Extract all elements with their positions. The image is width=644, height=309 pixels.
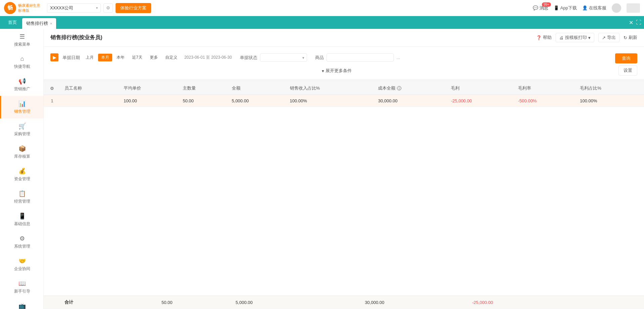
sidebar-item-finance[interactable]: 💰 资金管理 bbox=[0, 163, 43, 186]
app-logo: 畅 bbox=[4, 2, 16, 14]
logo-text: 畅康通好生意 标准版 bbox=[18, 3, 40, 13]
date-btn-this-year[interactable]: 本年 bbox=[114, 54, 128, 61]
footer-cost: 30,000.00 bbox=[361, 296, 468, 309]
col-cost: 成本全额 ⓘ bbox=[374, 82, 447, 95]
guide-icon: 📖 bbox=[18, 280, 26, 287]
cell-avg-price: 100.00 bbox=[120, 95, 179, 107]
sidebar-item-inventory[interactable]: 📦 库存核算 bbox=[0, 141, 43, 163]
tab-label: 销售排行榜 bbox=[26, 20, 48, 27]
sidebar-item-apps[interactable]: 📺 应用中心 bbox=[0, 298, 43, 309]
date-btn-this-month[interactable]: 本月 bbox=[98, 54, 112, 61]
col-avg-price: 平均单价 bbox=[120, 82, 179, 95]
expand-icon: ▾ bbox=[322, 68, 324, 73]
online-service-btn[interactable]: 👤 在线客服 bbox=[582, 5, 606, 11]
sidebar-label-system: 系统管理 bbox=[14, 244, 30, 249]
logo-area: 畅 畅康通好生意 标准版 bbox=[4, 2, 44, 14]
print-chevron-icon: ▾ bbox=[588, 35, 591, 40]
product-input[interactable] bbox=[327, 53, 394, 62]
sidebar-label-collab: 企业协同 bbox=[14, 266, 30, 272]
expand-more-btn[interactable]: ▾ 展开更多条件 bbox=[322, 68, 352, 74]
sidebar-item-sales[interactable]: 📊 销售管理 bbox=[0, 96, 43, 118]
column-settings-icon[interactable]: ⚙ bbox=[50, 86, 54, 91]
date-range-buttons: 上月 本月 本年 近7天 更多 自定义 bbox=[83, 54, 180, 61]
avatar[interactable] bbox=[612, 3, 621, 13]
top-header: 畅 畅康通好生意 标准版 XXXXX公司 ▾ ⚙ 体验行业方案 💬 消息 99+… bbox=[0, 0, 644, 16]
sidebar-label-search: 搜索菜单 bbox=[14, 42, 30, 47]
service-icon: 👤 bbox=[582, 5, 588, 10]
query-actions: 查询 设置 bbox=[615, 53, 637, 75]
finance-icon: 💰 bbox=[18, 167, 26, 175]
main-layout: ☰ 搜索菜单 ⌂ 快捷导航 📢 营销推广 📊 销售管理 🛒 采购管理 📦 库存核… bbox=[0, 29, 644, 309]
cell-employee-name bbox=[60, 95, 120, 107]
tab-bar: 首页 销售排行榜 × ✕ ⛶ bbox=[0, 16, 644, 29]
col-settings[interactable]: ⚙ bbox=[44, 82, 60, 95]
query-button[interactable]: 查询 bbox=[615, 53, 637, 63]
filter-section: ▶ 单据日期 上月 本月 本年 近7天 更多 bbox=[44, 47, 644, 79]
footer-qty: 50.00 bbox=[158, 296, 232, 309]
refresh-btn[interactable]: ↻ 刷新 bbox=[624, 35, 637, 41]
trial-button[interactable]: 体验行业方案 bbox=[116, 3, 151, 13]
footer-avg-price bbox=[126, 296, 158, 309]
settings-icon[interactable]: ⚙ bbox=[103, 3, 113, 13]
tab-home[interactable]: 首页 bbox=[3, 16, 22, 29]
sidebar-item-system[interactable]: ⚙ 系统管理 bbox=[0, 231, 43, 253]
header-right: 💬 消息 99+ 📱 App下载 👤 在线客服 bbox=[533, 3, 640, 13]
date-btn-custom[interactable]: 自定义 bbox=[162, 54, 180, 61]
tab-close-icon[interactable]: × bbox=[50, 21, 52, 25]
company-selector[interactable]: XXXXX公司 ▾ bbox=[47, 3, 101, 13]
tab-sales-ranking[interactable]: 销售排行榜 × bbox=[22, 18, 56, 29]
export-btn[interactable]: ↗ 导出 bbox=[598, 33, 619, 42]
status-select-wrapper bbox=[260, 53, 307, 62]
sidebar-item-operations[interactable]: 📋 经营管理 bbox=[0, 186, 43, 208]
table-header-row: ⚙ 员工名称 平均单价 主数量 全额 销售收入占比% 成本全额 ⓘ 毛利 毛利率… bbox=[44, 82, 644, 95]
purchase-icon: 🛒 bbox=[18, 122, 26, 130]
footer-profit: -25,000.00 bbox=[468, 296, 581, 309]
help-btn[interactable]: ❓ 帮助 bbox=[536, 35, 552, 41]
sidebar-item-search[interactable]: ☰ 搜索菜单 bbox=[0, 29, 43, 51]
sidebar-item-purchase[interactable]: 🛒 采购管理 bbox=[0, 118, 43, 141]
marketing-icon: 📢 bbox=[18, 78, 26, 85]
col-profit-pct: 毛利占比% bbox=[576, 82, 644, 95]
message-badge: 99+ bbox=[542, 2, 551, 7]
product-more-icon[interactable]: ... bbox=[396, 55, 400, 60]
user-info bbox=[627, 3, 640, 13]
cell-profit-rate: -500.00% bbox=[514, 95, 576, 107]
product-filter-label: 商品 bbox=[315, 55, 324, 61]
help-icon: ❓ bbox=[536, 35, 542, 40]
sidebar-item-marketing[interactable]: 📢 营销推广 bbox=[0, 73, 43, 96]
sidebar-label-marketing: 营销推广 bbox=[14, 86, 30, 92]
close-window-icon[interactable]: ✕ bbox=[629, 19, 633, 26]
data-table: ⚙ 员工名称 平均单价 主数量 全额 销售收入占比% 成本全额 ⓘ 毛利 毛利率… bbox=[44, 82, 644, 107]
app-download-btn[interactable]: 📱 App下载 bbox=[554, 5, 577, 11]
footer-row: 合计 50.00 5,000.00 30,000.00 -25,000.00 bbox=[44, 296, 644, 309]
sidebar-item-collab[interactable]: 🤝 企业协同 bbox=[0, 253, 43, 276]
col-employee-name: 员工名称 bbox=[60, 82, 120, 95]
sidebar-label-sales: 销售管理 bbox=[14, 109, 30, 114]
sidebar-item-basics[interactable]: 📱 基础信息 bbox=[0, 208, 43, 231]
maximize-icon[interactable]: ⛶ bbox=[636, 19, 641, 25]
cell-qty: 50.00 bbox=[179, 95, 228, 107]
sidebar-item-guide[interactable]: 📖 新手引导 bbox=[0, 276, 43, 298]
page-header: 销售排行榜(按业务员) ❓ 帮助 🖨 按模板打印 ▾ ↗ 导出 ↻ 刷新 bbox=[44, 29, 644, 47]
date-btn-7days[interactable]: 近7天 bbox=[129, 54, 145, 61]
filter-expand-arrow[interactable]: ▶ bbox=[50, 53, 58, 61]
sidebar-item-quick-nav[interactable]: ⌂ 快捷导航 bbox=[0, 51, 43, 73]
date-btn-more[interactable]: 更多 bbox=[147, 54, 161, 61]
status-select[interactable] bbox=[260, 53, 307, 62]
footer-table: 合计 50.00 5,000.00 30,000.00 -25,000.00 bbox=[44, 296, 644, 309]
date-btn-last-month[interactable]: 上月 bbox=[83, 54, 97, 61]
settings-button[interactable]: 设置 bbox=[618, 65, 637, 75]
product-filter: 商品 ... bbox=[315, 53, 400, 62]
cell-amount: 5,000.00 bbox=[228, 95, 286, 107]
sidebar-label-purchase: 采购管理 bbox=[14, 131, 30, 137]
date-filter: 单据日期 上月 本月 本年 近7天 更多 自定义 2023-06-01 至 20… bbox=[62, 54, 232, 61]
cost-info-icon[interactable]: ⓘ bbox=[397, 86, 401, 91]
print-template-btn[interactable]: 🖨 按模板打印 ▾ bbox=[556, 33, 594, 42]
footer-sales-pct bbox=[329, 296, 361, 309]
sales-icon: 📊 bbox=[18, 100, 26, 107]
sidebar-label-guide: 新手引导 bbox=[14, 289, 30, 294]
message-area[interactable]: 💬 消息 99+ bbox=[533, 5, 548, 11]
sidebar-label-operations: 经营管理 bbox=[14, 199, 30, 204]
tab-bar-right: ✕ ⛶ bbox=[629, 19, 641, 26]
collab-icon: 🤝 bbox=[18, 257, 26, 265]
